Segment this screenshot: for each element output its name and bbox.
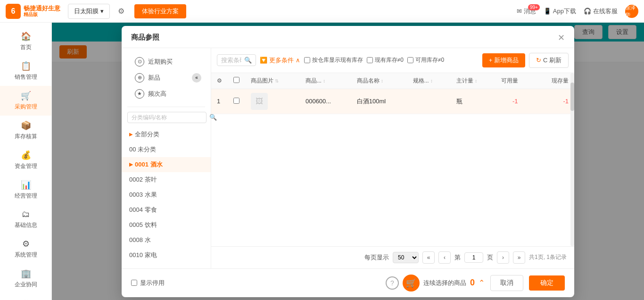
- table-body: 1 🖼: [211, 89, 574, 114]
- th-spec[interactable]: 规格...: [407, 73, 451, 89]
- sidebar-item-base[interactable]: 🗂 基础信息: [0, 205, 51, 234]
- cart-label: 连续选择的商品: [423, 279, 466, 287]
- experience-button[interactable]: 体验行业方案: [134, 4, 186, 18]
- page-label: 第: [454, 253, 461, 262]
- gear-button[interactable]: ⚙: [114, 4, 129, 19]
- show-disabled-checkbox-label[interactable]: 显示停用: [131, 279, 165, 287]
- frequent-icon: ★: [135, 89, 144, 99]
- sidebar-item-system[interactable]: ⚙ 系统管理: [0, 234, 51, 264]
- row-checkbox[interactable]: [233, 98, 239, 104]
- cart-icon[interactable]: 🛒: [403, 275, 420, 292]
- topbar: 6 畅捷通好生意 精品版 日太阳膜 ▾ ⚙ 体验行业方案 ✉ 消息 99+ 📱 …: [0, 0, 644, 23]
- prev-page-button[interactable]: ‹: [438, 251, 451, 264]
- finance-icon: 💰: [21, 150, 31, 160]
- help-icon[interactable]: ?: [386, 276, 399, 290]
- company-selector[interactable]: 日太阳膜 ▾: [68, 4, 110, 19]
- category-label-0008: 0008 水: [129, 236, 151, 244]
- user-menu[interactable]: 徐泽华: [625, 5, 638, 18]
- filter-button[interactable]: 🔽 更多条件 ∧: [260, 56, 300, 65]
- product-reference-modal: 商品参照 ✕ ⊙ 近期购买: [122, 26, 574, 297]
- category-item-all[interactable]: ▶ 全部分类: [122, 127, 211, 142]
- page-input[interactable]: [464, 252, 483, 263]
- menu-label-recent: 近期购买: [148, 58, 173, 66]
- sidebar: 🏠 首页 📋 销售管理 🛒 采购管理 📦 库存核算 💰 资金管理 📊 经营管理 …: [0, 23, 52, 300]
- th-unit[interactable]: 主计量: [451, 73, 495, 89]
- gear-icon: ⚙: [118, 7, 124, 16]
- category-item-0005[interactable]: 0005 饮料: [122, 217, 211, 233]
- sidebar-item-purchase[interactable]: 🛒 采购管理: [0, 86, 51, 116]
- base-icon: 🗂: [22, 209, 30, 219]
- main-layout: 🏠 首页 📋 销售管理 🛒 采购管理 📦 库存核算 💰 资金管理 📊 经营管理 …: [0, 23, 644, 300]
- new-icon: ⊕: [135, 73, 144, 83]
- category-item-00[interactable]: 00 未分类: [122, 142, 211, 157]
- right-panel: 🔍 🔽 更多条件 ∧ 按仓库显示现有库存: [211, 48, 574, 268]
- th-code[interactable]: 商品...: [300, 73, 351, 89]
- chevron-down-icon: ▾: [100, 8, 104, 15]
- sidebar-item-enterprise[interactable]: 🏢 企业协同: [0, 264, 51, 293]
- sidebar-item-stock[interactable]: 📦 库存核算: [0, 116, 51, 145]
- sidebar-item-sales[interactable]: 📋 销售管理: [0, 56, 51, 86]
- footer-cart-area: ? 🛒 连续选择的商品 0 ⌃: [386, 275, 485, 292]
- category-item-0002[interactable]: 0002 茶叶: [122, 172, 211, 187]
- menu-item-new[interactable]: ⊕ 新品: [129, 70, 190, 86]
- sidebar-item-business[interactable]: 📊 经营管理: [0, 175, 51, 205]
- confirm-button[interactable]: 确定: [529, 275, 565, 291]
- td-name: 白酒100ml: [351, 89, 407, 114]
- checkbox-available-ne0[interactable]: 现有库存≠0: [367, 56, 404, 64]
- left-divider: [127, 107, 205, 107]
- menu-item-frequent[interactable]: ★ 频次高: [129, 86, 190, 102]
- logo-icon: 6: [6, 4, 21, 19]
- product-search-input[interactable]: [221, 57, 241, 64]
- topbar-right: ✉ 消息 99+ 📱 App下载 🎧 在线客服 徐泽华: [517, 5, 638, 18]
- sidebar-item-guide[interactable]: 📖 新手引导: [0, 293, 51, 300]
- collapse-icon[interactable]: ⌃: [479, 278, 485, 287]
- message-badge: 99+: [528, 4, 540, 10]
- sidebar-item-finance[interactable]: 💰 资金管理: [0, 145, 51, 175]
- service-button[interactable]: 🎧 在线客服: [584, 7, 618, 16]
- category-label-00: 00 未分类: [129, 145, 156, 154]
- refresh-button[interactable]: ↻ C 刷新: [529, 53, 569, 68]
- th-available: 可用量: [495, 73, 535, 89]
- chevron-up-icon: ∧: [296, 57, 300, 64]
- th-name[interactable]: 商品名称: [351, 73, 407, 89]
- app-download-button[interactable]: 📱 App下载: [544, 7, 576, 16]
- per-page-select[interactable]: 50 10 20 100: [393, 252, 419, 263]
- category-search-input[interactable]: [127, 112, 206, 123]
- sidebar-item-home[interactable]: 🏠 首页: [0, 26, 51, 56]
- scrollbar-thumb[interactable]: [570, 83, 574, 111]
- cancel-button[interactable]: 取消: [490, 275, 523, 291]
- td-stock: -1: [535, 89, 574, 114]
- phone-icon: 📱: [544, 8, 551, 15]
- modal-close-button[interactable]: ✕: [558, 33, 565, 43]
- show-stock-checkbox[interactable]: [304, 57, 310, 63]
- last-page-button[interactable]: »: [513, 251, 525, 264]
- first-page-button[interactable]: «: [422, 251, 435, 264]
- arrow-icon: ▶: [129, 132, 133, 137]
- left-panel-top: ⊙ 近期购买 ⊕ 新品 ★ 频次高: [122, 52, 211, 104]
- category-item-0004[interactable]: 0004 零食: [122, 202, 211, 217]
- checkbox-usable-ne0[interactable]: 可用库存≠0: [407, 56, 444, 64]
- category-item-0010[interactable]: 0010 家电: [122, 248, 211, 263]
- category-item-0003[interactable]: 0003 水果: [122, 187, 211, 202]
- sidebar-label-base: 基础信息: [15, 221, 37, 229]
- category-item-0001[interactable]: ▶ 0001 酒水: [122, 157, 211, 172]
- menu-item-recent[interactable]: ⊙ 近期购买: [129, 54, 190, 70]
- message-button[interactable]: ✉ 消息 99+: [517, 7, 536, 16]
- sidebar-label-business: 经营管理: [15, 192, 37, 200]
- usable-ne0-checkbox[interactable]: [407, 57, 413, 63]
- guide-icon: 📖: [21, 298, 31, 300]
- th-image: 商品图片 ⇅: [245, 73, 300, 89]
- pagination: 每页显示 50 10 20 100 « ‹ 第 页: [211, 246, 574, 268]
- select-all-checkbox[interactable]: [233, 77, 239, 83]
- checkbox-show-stock[interactable]: 按仓库显示现有库存: [304, 56, 363, 64]
- show-disabled-checkbox[interactable]: [131, 280, 137, 286]
- category-label-0001: 0001 酒水: [135, 160, 163, 169]
- table-row[interactable]: 1 🖼: [211, 89, 574, 114]
- add-product-button[interactable]: + 新增商品: [482, 53, 525, 67]
- th-settings[interactable]: ⚙: [211, 73, 228, 89]
- left-panel-collapse-button[interactable]: «: [192, 73, 201, 83]
- next-page-button[interactable]: ›: [497, 251, 509, 264]
- page-suffix: 页: [487, 253, 493, 262]
- category-item-0008[interactable]: 0008 水: [122, 233, 211, 248]
- available-ne0-checkbox[interactable]: [367, 57, 373, 63]
